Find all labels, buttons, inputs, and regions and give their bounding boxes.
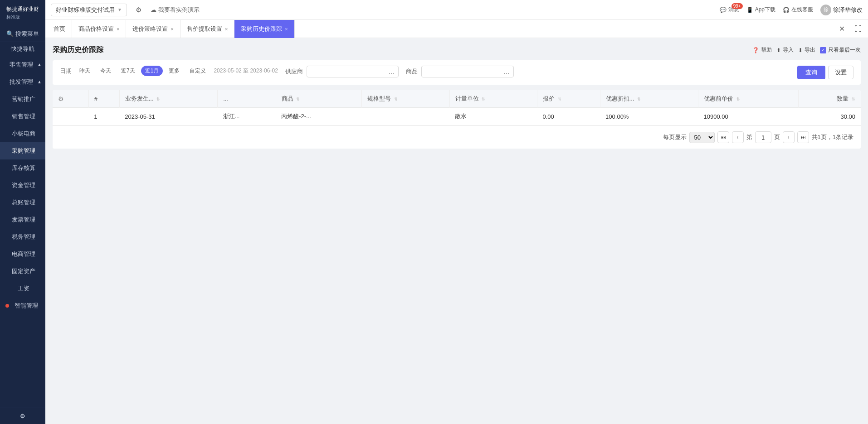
qty-sort-icon: ⇅ xyxy=(852,97,855,101)
date-btn-more[interactable]: 更多 xyxy=(165,66,184,76)
next-page-button[interactable]: › xyxy=(783,131,795,143)
tab-home[interactable]: 首页 xyxy=(47,20,72,38)
tab-history[interactable]: 采购历史价跟踪 × xyxy=(234,20,294,38)
sidebar-item-inventory[interactable]: 库存核算 xyxy=(0,159,45,177)
col-date[interactable]: 业务发生... ⇅ xyxy=(119,90,217,108)
sidebar-quick-nav[interactable]: 快捷导航 xyxy=(0,42,45,56)
cell-gear xyxy=(53,108,88,125)
tab-sale-close-icon[interactable]: × xyxy=(225,26,228,32)
sidebar-item-smart[interactable]: 智能管理 xyxy=(0,297,45,314)
sidebar-item-payroll[interactable]: 工资 xyxy=(0,280,45,297)
col-product[interactable]: 商品 ⇅ xyxy=(276,90,361,108)
message-icon: 💬 xyxy=(720,7,727,13)
app-logo: 畅捷通好业财 标准版 xyxy=(0,0,45,26)
unit-sort-icon: ⇅ xyxy=(482,97,485,101)
sidebar-settings-button[interactable]: ⚙ xyxy=(0,408,45,424)
tab-price-close-icon[interactable]: × xyxy=(117,26,119,32)
settings-icon: ⚙ xyxy=(20,413,25,419)
sidebar-item-finance[interactable]: 资金管理 xyxy=(0,177,45,194)
tab-sale[interactable]: 售价提取设置 × xyxy=(180,20,234,38)
prev-page-button[interactable]: ‹ xyxy=(732,131,744,143)
main-area: 好业财标准版交付试用 ▼ ⚙ ☁ 我要看实例演示 💬 消息 99+ 📱 App下… xyxy=(45,0,868,424)
supplier-dots-button[interactable]: ... xyxy=(389,67,395,76)
page-suffix: 页 xyxy=(774,133,780,141)
sidebar-item-invoice-label: 发票管理 xyxy=(5,216,42,224)
sidebar-item-retail[interactable]: 零售管理 ▲ xyxy=(0,56,45,73)
page-number-input[interactable] xyxy=(755,131,771,143)
data-table-wrap: ⚙ # 业务发生... ⇅ ... 商品 ⇅ xyxy=(53,90,861,149)
setting-button[interactable]: 设置 xyxy=(828,66,853,79)
sidebar-item-purchase-label: 采购管理 xyxy=(5,147,42,155)
product-filter-label: 商品 xyxy=(406,67,418,76)
app-download-button[interactable]: 📱 App下载 xyxy=(746,6,775,14)
date-btn-1month[interactable]: 近1月 xyxy=(141,66,163,76)
sidebar-item-smart-label: 智能管理 xyxy=(11,302,42,310)
first-page-button[interactable]: ⏮ xyxy=(717,131,729,143)
table-gear-icon[interactable]: ⚙ xyxy=(58,95,64,102)
sidebar-search-label: 搜索菜单 xyxy=(15,30,39,37)
page-content: 采购历史价跟踪 ❓ 帮助 ⬆ 导入 ⬇ 导出 只看最后一次 xyxy=(45,38,868,424)
help-button[interactable]: ❓ 帮助 xyxy=(752,46,772,54)
search-icon: 🔍 xyxy=(6,30,14,37)
product-selector[interactable]: 好业财标准版交付试用 ▼ xyxy=(51,4,127,16)
last-page-button[interactable]: ⏭ xyxy=(797,131,809,143)
tab-price[interactable]: 商品价格设置 × xyxy=(72,20,126,38)
col-gear[interactable]: ⚙ xyxy=(53,90,88,108)
product-input-wrap: ... xyxy=(421,66,513,77)
demo-button[interactable]: ☁ 我要看实例演示 xyxy=(151,6,200,14)
page-size-select[interactable]: 10 20 50 100 xyxy=(689,132,715,143)
date-btn-7days[interactable]: 近7天 xyxy=(117,66,139,76)
tab-maximize-button[interactable]: ⛶ xyxy=(852,23,864,35)
sidebar-item-general-label: 总账管理 xyxy=(5,198,42,207)
cell-qty: 30.00 xyxy=(798,108,861,125)
col-qty[interactable]: 数量 ⇅ xyxy=(798,90,861,108)
page-label: 第 xyxy=(746,133,752,141)
chevron-down-icon: ▼ xyxy=(117,7,122,12)
topbar-gear-button[interactable]: ⚙ xyxy=(132,4,145,16)
col-pre-price[interactable]: 优惠前单价 ⇅ xyxy=(698,90,798,108)
sidebar-item-wholesale[interactable]: 批发管理 ▲ xyxy=(0,73,45,91)
app-download-label: App下载 xyxy=(755,6,775,14)
product-input[interactable] xyxy=(425,68,502,75)
tab-strategy[interactable]: 进价策略设置 × xyxy=(126,20,180,38)
tab-history-close-icon[interactable]: × xyxy=(285,26,288,32)
message-button[interactable]: 💬 消息 99+ xyxy=(720,6,739,14)
date-btn-custom[interactable]: 自定义 xyxy=(185,66,210,76)
sidebar-search[interactable]: 🔍 搜索菜单 xyxy=(0,26,45,42)
total-info: 共1页，1条记录 xyxy=(812,133,853,141)
col-price[interactable]: 报价 ⇅ xyxy=(537,90,600,108)
cell-product: 丙烯酸-2-... xyxy=(276,108,361,125)
sidebar-item-inventory-label: 库存核算 xyxy=(5,164,42,172)
user-menu-button[interactable]: 徐 徐泽华修改 xyxy=(820,5,863,15)
data-table: ⚙ # 业务发生... ⇅ ... 商品 ⇅ xyxy=(53,90,861,125)
sidebar-item-ecommerce[interactable]: 电商管理 xyxy=(0,246,45,263)
col-discount[interactable]: 优惠折扣... ⇅ xyxy=(600,90,698,108)
supplier-input[interactable] xyxy=(311,68,387,75)
sidebar-item-marketing[interactable]: 营销推广 xyxy=(0,91,45,108)
col-spec[interactable]: 规格型号 ⇅ xyxy=(362,90,449,108)
tab-close-window-button[interactable]: ✕ xyxy=(835,23,848,35)
import-button[interactable]: ⬆ 导入 xyxy=(776,46,794,54)
page-header: 采购历史价跟踪 ❓ 帮助 ⬆ 导入 ⬇ 导出 只看最后一次 xyxy=(53,45,861,55)
query-button[interactable]: 查询 xyxy=(797,66,825,79)
sidebar-item-ecommerce-small[interactable]: 小畅电商 xyxy=(0,125,45,142)
sidebar-item-tax[interactable]: 税务管理 xyxy=(0,228,45,246)
sidebar-item-general[interactable]: 总账管理 xyxy=(0,194,45,211)
only-last-checkbox[interactable]: 只看最后一次 xyxy=(820,46,861,54)
export-button[interactable]: ⬇ 导出 xyxy=(798,46,815,54)
col-unit[interactable]: 计量单位 ⇅ xyxy=(449,90,537,108)
sidebar-item-assets[interactable]: 固定资产 xyxy=(0,263,45,280)
date-filter-options: 昨天 今天 近7天 近1月 更多 自定义 2023-05-02 至 2023-0… xyxy=(75,66,278,76)
online-service-button[interactable]: 🎧 在线客服 xyxy=(783,6,813,14)
sidebar-item-sales[interactable]: 销售管理 xyxy=(0,108,45,125)
tab-strategy-close-icon[interactable]: × xyxy=(171,26,173,32)
date-btn-today[interactable]: 今天 xyxy=(96,66,115,76)
date-btn-yesterday[interactable]: 昨天 xyxy=(75,66,94,76)
sidebar-item-purchase[interactable]: 采购管理 xyxy=(0,142,45,159)
sidebar-item-invoice[interactable]: 发票管理 xyxy=(0,211,45,228)
product-dots-button[interactable]: ... xyxy=(503,67,509,76)
sidebar-nav-label: 快捷导航 xyxy=(11,45,34,52)
app-edition: 标准版 xyxy=(6,14,39,20)
product-filter-group: 商品 ... xyxy=(406,66,513,77)
smart-dot-icon xyxy=(5,304,9,308)
